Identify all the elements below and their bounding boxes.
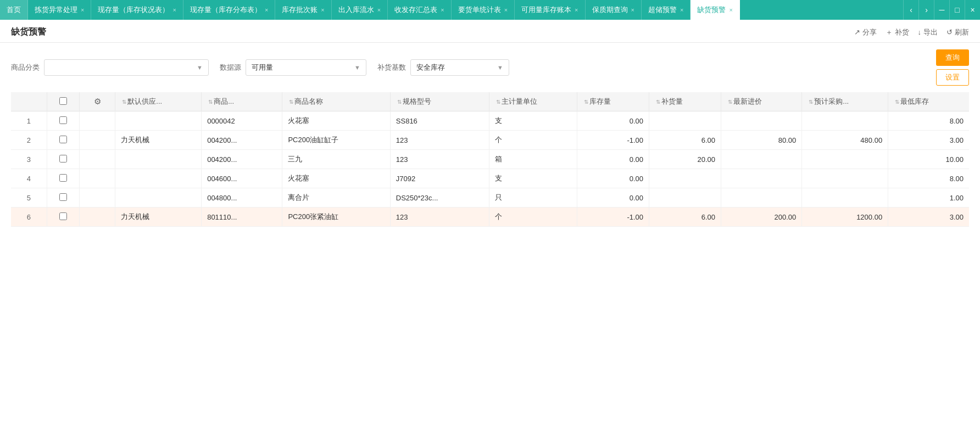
row-checkbox <box>47 208 79 227</box>
col-header-unit[interactable]: ⇅主计量单位 <box>489 92 577 111</box>
tab-close-stock-dist[interactable]: × <box>265 7 268 13</box>
tab-close-purchase-stat[interactable]: × <box>504 7 508 13</box>
row-minstk: 8.00 <box>888 169 969 188</box>
col-header-num <box>11 92 47 111</box>
row-name: 火花塞 <box>282 111 390 131</box>
tab-batch[interactable]: 库存批次账× <box>275 0 331 20</box>
tab-close-available[interactable]: × <box>575 7 578 13</box>
row-estpurchase <box>802 188 888 208</box>
row-price <box>721 150 802 169</box>
share-icon: ↗ <box>854 28 860 36</box>
col-header-replenish[interactable]: ⇅补货量 <box>649 92 721 111</box>
row-estpurchase: 1200.00 <box>802 208 888 227</box>
tab-label-shortage: 缺货预警 <box>697 5 726 15</box>
row-unit: 支 <box>489 169 577 188</box>
table-row: 3004200...三九123箱0.0020.0010.00 <box>11 150 969 169</box>
col-label-est_purchase: 预计采购... <box>814 97 849 107</box>
datasource-chevron-icon: ▼ <box>354 64 360 71</box>
tab-collect[interactable]: 收发存汇总表× <box>388 0 451 20</box>
query-button[interactable]: 查询 <box>936 49 969 66</box>
row-checkbox-1[interactable] <box>59 136 67 143</box>
row-unit: 个 <box>489 131 577 150</box>
share-button[interactable]: ↗ 分享 <box>854 27 877 37</box>
table-row: 5004800...离合片DS250*23c...只0.001.00 <box>11 188 969 208</box>
row-checkbox-5[interactable] <box>59 212 67 220</box>
window-maximize[interactable]: □ <box>949 0 965 20</box>
tab-purchase-stat[interactable]: 要货单统计表× <box>452 0 515 20</box>
tab-close-expiry[interactable]: × <box>631 7 634 13</box>
row-stock: 0.00 <box>577 188 649 208</box>
col-header-name[interactable]: ⇅商品名称 <box>282 92 390 111</box>
row-num: 1 <box>11 111 47 131</box>
table-settings-icon[interactable]: ⚙ <box>94 97 101 106</box>
tab-nav-buttons: ‹ › ─ □ × <box>903 0 980 20</box>
row-price: 200.00 <box>721 208 802 227</box>
export-button[interactable]: ↓ 导出 <box>918 27 938 37</box>
tab-bar: 首页拣货异常处理×现存量（库存状况表）×现存量（库存分布表）×库存批次账×出入库… <box>0 0 980 20</box>
tab-shortage[interactable]: 缺货预警× <box>691 0 739 20</box>
tab-close-shortage[interactable]: × <box>729 7 732 13</box>
category-select[interactable]: ▼ <box>44 59 209 76</box>
col-header-spec[interactable]: ⇅规格型号 <box>390 92 489 111</box>
col-header-settings: ⚙ <box>79 92 115 111</box>
window-close[interactable]: × <box>965 0 980 20</box>
replenish-select[interactable]: 安全库存 ▼ <box>410 59 509 76</box>
datasource-label: 数据源 <box>220 63 241 72</box>
row-num: 3 <box>11 150 47 169</box>
tab-stock-status[interactable]: 现存量（库存状况表）× <box>91 0 183 20</box>
tab-abnormal[interactable]: 拣货异常处理× <box>28 0 91 20</box>
row-checkbox <box>47 131 79 150</box>
row-name: PC200油缸缸子 <box>282 131 390 150</box>
row-supplier <box>115 169 202 188</box>
row-checkbox-0[interactable] <box>59 116 67 124</box>
col-label-spec: 规格型号 <box>403 97 431 107</box>
sort-icon-name: ⇅ <box>289 99 293 105</box>
row-num: 6 <box>11 208 47 227</box>
tab-label-batch: 库存批次账 <box>282 5 318 15</box>
category-label: 商品分类 <box>11 63 40 72</box>
col-header-est_purchase[interactable]: ⇅预计采购... <box>802 92 888 111</box>
tab-close-overstock[interactable]: × <box>680 7 683 13</box>
window-minimize[interactable]: ─ <box>934 0 949 20</box>
col-header-stock[interactable]: ⇅库存量 <box>577 92 649 111</box>
settings-button[interactable]: 设置 <box>936 69 969 86</box>
row-checkbox-3[interactable] <box>59 174 67 182</box>
col-header-supplier[interactable]: ⇅默认供应... <box>115 92 202 111</box>
tab-stock-dist[interactable]: 现存量（库存分布表）× <box>183 0 275 20</box>
filter-right-buttons: 查询 设置 <box>936 49 969 86</box>
row-price <box>721 188 802 208</box>
row-spec: 123 <box>390 208 489 227</box>
row-minstk: 10.00 <box>888 150 969 169</box>
row-action <box>79 111 115 131</box>
row-unit: 箱 <box>489 150 577 169</box>
tab-close-inout[interactable]: × <box>377 7 381 13</box>
header-actions: ↗ 分享 ＋ 补货 ↓ 导出 ↺ 刷新 <box>854 27 970 37</box>
tab-expiry[interactable]: 保质期查询× <box>586 0 642 20</box>
replenish-button[interactable]: ＋ 补货 <box>886 27 909 37</box>
tab-scroll-left[interactable]: ‹ <box>903 0 918 20</box>
tab-close-batch[interactable]: × <box>321 7 324 13</box>
tab-scroll-right[interactable]: › <box>918 0 934 20</box>
tab-available[interactable]: 可用量库存账本× <box>515 0 585 20</box>
col-header-min_stock[interactable]: ⇅最低库存 <box>888 92 969 111</box>
col-header-latest_price[interactable]: ⇅最新进价 <box>721 92 802 111</box>
datasource-value: 可用量 <box>252 63 273 72</box>
tab-close-abnormal[interactable]: × <box>81 7 84 13</box>
row-checkbox-2[interactable] <box>59 155 67 163</box>
tab-home[interactable]: 首页 <box>0 0 28 20</box>
row-checkbox-4[interactable] <box>59 193 67 201</box>
col-label-replenish: 补货量 <box>661 97 683 107</box>
row-stock: -1.00 <box>577 208 649 227</box>
col-header-code[interactable]: ⇅商品... <box>202 92 282 111</box>
refresh-button[interactable]: ↺ 刷新 <box>946 27 969 37</box>
replenish-filter-group: 补货基数 安全库存 ▼ <box>377 59 509 76</box>
select-all-checkbox[interactable] <box>59 97 67 105</box>
tab-close-collect[interactable]: × <box>441 7 444 13</box>
tab-overstock[interactable]: 超储预警× <box>642 0 691 20</box>
datasource-filter-group: 数据源 可用量 ▼ <box>220 59 366 76</box>
datasource-select[interactable]: 可用量 ▼ <box>246 59 366 76</box>
tab-inout[interactable]: 出入库流水× <box>332 0 388 20</box>
row-stock: 0.00 <box>577 150 649 169</box>
sort-icon-est_purchase: ⇅ <box>809 99 813 105</box>
tab-close-stock-status[interactable]: × <box>172 7 176 13</box>
